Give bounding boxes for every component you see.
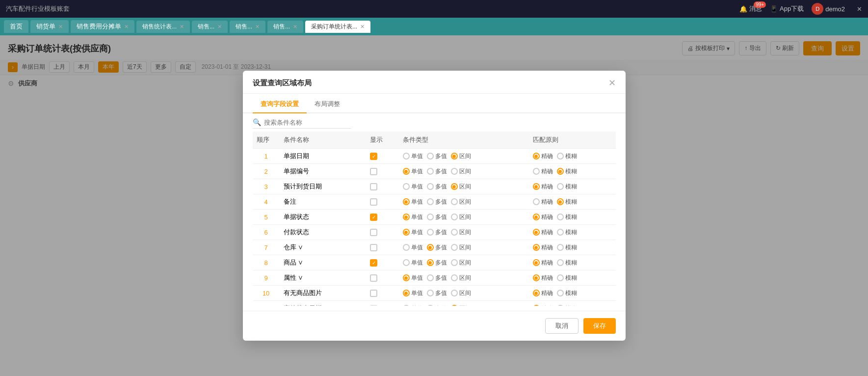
match-radio-item[interactable]: 精确 [533, 259, 553, 267]
type-radio-item[interactable]: 区间 [451, 274, 471, 282]
tab-4-close[interactable]: ✕ [217, 24, 222, 30]
notification-btn[interactable]: 🔔 消息 99+ [739, 4, 762, 13]
cell-display[interactable] [366, 286, 398, 301]
match-radio-item[interactable]: 精确 [533, 213, 553, 221]
type-radio-item[interactable]: 单值 [403, 259, 423, 267]
display-checkbox[interactable] [370, 290, 377, 297]
tab-sales-close[interactable]: ✕ [58, 24, 63, 30]
type-radio-item[interactable]: 区间 [451, 243, 471, 252]
type-radio-item[interactable]: 多值 [427, 243, 447, 252]
display-checkbox[interactable]: ✓ [370, 259, 377, 267]
match-radio-item[interactable]: 模糊 [557, 289, 577, 297]
tab-sales-fee[interactable]: 销售费用分摊单 ✕ [71, 20, 134, 33]
type-radio-item[interactable]: 区间 [451, 198, 471, 206]
match-radio-item[interactable]: 精确 [533, 274, 553, 282]
type-radio-item[interactable]: 单值 [403, 289, 423, 297]
match-radio-item[interactable]: 模糊 [557, 167, 577, 176]
type-radio-item[interactable]: 多值 [427, 167, 447, 176]
search-input[interactable] [264, 119, 342, 126]
match-radio-item[interactable]: 精确 [533, 289, 553, 297]
match-radio-item[interactable]: 模糊 [557, 304, 577, 306]
match-radio-item[interactable]: 模糊 [557, 213, 577, 221]
type-radio-item[interactable]: 区间 [451, 289, 471, 297]
tab-sales-fee-close[interactable]: ✕ [124, 24, 129, 30]
match-radio-item[interactable]: 精确 [533, 167, 553, 176]
match-radio-item[interactable]: 精确 [533, 198, 553, 206]
display-checkbox[interactable] [370, 305, 377, 306]
type-radio-item[interactable]: 区间 [451, 304, 471, 306]
display-checkbox[interactable] [370, 244, 377, 251]
tab-current[interactable]: 采购订单统计表... ✕ [305, 21, 370, 33]
type-radio-item[interactable]: 多值 [427, 304, 447, 306]
display-checkbox[interactable] [370, 183, 377, 190]
type-radio-item[interactable]: 多值 [427, 183, 447, 191]
type-radio-item[interactable]: 区间 [451, 167, 471, 176]
match-radio-item[interactable]: 模糊 [557, 228, 577, 237]
type-radio-item[interactable]: 单值 [403, 152, 423, 161]
match-radio-item[interactable]: 精确 [533, 152, 553, 161]
type-radio-item[interactable]: 单值 [403, 198, 423, 206]
tab-3-close[interactable]: ✕ [180, 24, 184, 30]
cell-display[interactable] [366, 194, 398, 210]
display-checkbox[interactable] [370, 168, 377, 175]
match-radio-item[interactable]: 精确 [533, 304, 553, 306]
close-window-icon[interactable]: ✕ [857, 5, 862, 13]
display-checkbox[interactable]: ✓ [370, 214, 377, 221]
type-radio-item[interactable]: 多值 [427, 152, 447, 161]
match-radio-item[interactable]: 模糊 [557, 198, 577, 206]
type-radio-item[interactable]: 区间 [451, 213, 471, 221]
type-radio-item[interactable]: 多值 [427, 289, 447, 297]
cell-display[interactable]: ✓ [366, 210, 398, 225]
type-radio-item[interactable]: 区间 [451, 228, 471, 237]
display-checkbox[interactable] [370, 274, 377, 282]
type-radio-item[interactable]: 区间 [451, 152, 471, 161]
match-radio-item[interactable]: 模糊 [557, 152, 577, 161]
match-radio-item[interactable]: 模糊 [557, 274, 577, 282]
cell-display[interactable] [366, 240, 398, 255]
match-radio-item[interactable]: 精确 [533, 183, 553, 191]
cell-display[interactable] [366, 270, 398, 286]
display-checkbox[interactable] [370, 198, 377, 206]
type-radio-item[interactable]: 区间 [451, 183, 471, 191]
tab-5[interactable]: 销售... ✕ [230, 21, 265, 33]
tab-6-close[interactable]: ✕ [293, 24, 297, 30]
tab-3[interactable]: 销售统计表... ✕ [136, 21, 190, 33]
match-radio-item[interactable]: 模糊 [557, 183, 577, 191]
cell-display[interactable] [366, 164, 398, 179]
type-radio-item[interactable]: 单值 [403, 213, 423, 221]
tab-6[interactable]: 销售... ✕ [267, 21, 303, 33]
display-checkbox[interactable]: ✓ [370, 153, 377, 160]
type-radio-item[interactable]: 多值 [427, 213, 447, 221]
type-radio-item[interactable]: 单值 [403, 228, 423, 237]
dialog-tab-layout[interactable]: 布局调整 [307, 96, 348, 113]
match-radio-item[interactable]: 模糊 [557, 243, 577, 252]
cancel-button[interactable]: 取消 [545, 318, 579, 334]
match-radio-item[interactable]: 精确 [533, 243, 553, 252]
cell-display[interactable] [366, 179, 398, 194]
type-radio-item[interactable]: 多值 [427, 198, 447, 206]
type-radio-item[interactable]: 单值 [403, 167, 423, 176]
type-radio-item[interactable]: 单值 [403, 304, 423, 306]
cell-display[interactable]: ✓ [366, 149, 398, 164]
dialog-tab-query-fields[interactable]: 查询字段设置 [253, 96, 307, 113]
save-button[interactable]: 保存 [583, 318, 616, 334]
cell-display[interactable] [366, 301, 398, 306]
type-radio-item[interactable]: 多值 [427, 274, 447, 282]
match-radio-item[interactable]: 模糊 [557, 259, 577, 267]
type-radio-item[interactable]: 多值 [427, 228, 447, 237]
download-btn[interactable]: 📱 App下载 [770, 4, 804, 13]
user-btn[interactable]: D demo2 [812, 3, 845, 15]
match-radio-item[interactable]: 精确 [533, 228, 553, 237]
cell-display[interactable]: ✓ [366, 255, 398, 270]
type-radio-item[interactable]: 单值 [403, 183, 423, 191]
dialog-close-button[interactable]: ✕ [608, 78, 616, 88]
type-radio-item[interactable]: 多值 [427, 259, 447, 267]
type-radio-item[interactable]: 区间 [451, 259, 471, 267]
tab-4[interactable]: 销售... ✕ [192, 21, 228, 33]
tab-home[interactable]: 首页 [4, 20, 28, 33]
tab-5-close[interactable]: ✕ [255, 24, 260, 30]
type-radio-item[interactable]: 单值 [403, 243, 423, 252]
display-checkbox[interactable] [370, 229, 377, 236]
cell-display[interactable] [366, 225, 398, 240]
tab-current-close[interactable]: ✕ [360, 24, 365, 30]
